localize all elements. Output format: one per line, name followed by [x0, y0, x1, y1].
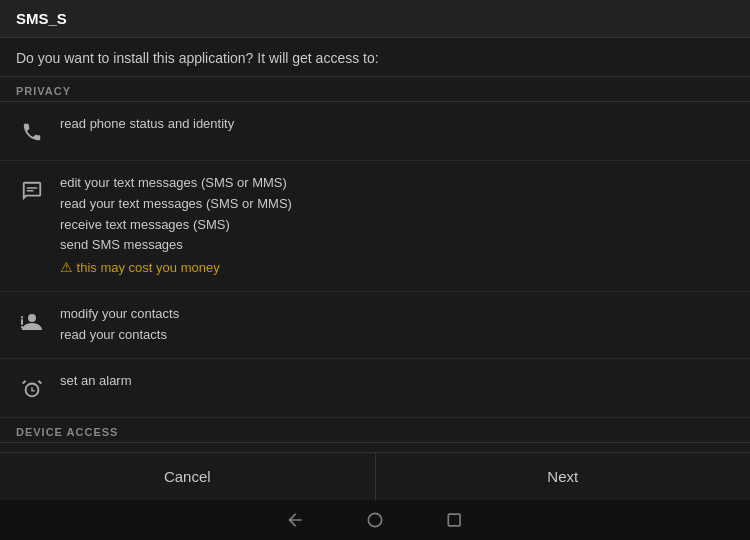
- permission-text-send-sms: send SMS messages: [60, 235, 292, 256]
- phone-permission-texts: read phone status and identity: [60, 114, 234, 135]
- sms-permission-group: edit your text messages (SMS or MMS) rea…: [0, 161, 750, 292]
- permission-text-alarm: set an alarm: [60, 371, 132, 392]
- app-title: SMS_S: [16, 10, 67, 27]
- permission-text: read phone status and identity: [60, 114, 234, 135]
- privacy-section-header: PRIVACY: [0, 77, 750, 102]
- svg-rect-0: [27, 187, 38, 188]
- back-button[interactable]: [285, 510, 305, 530]
- install-question: Do you want to install this application?…: [0, 38, 750, 77]
- sms-icon: [16, 175, 48, 207]
- next-button[interactable]: Next: [376, 453, 751, 500]
- svg-rect-10: [448, 514, 460, 526]
- contacts-permission-item: modify your contacts read your contacts: [0, 300, 750, 350]
- sms-permission-item: edit your text messages (SMS or MMS) rea…: [0, 169, 750, 283]
- wifi-permission-group: change network connectivity connect and …: [0, 443, 750, 452]
- svg-rect-3: [21, 319, 23, 325]
- svg-point-9: [368, 513, 381, 526]
- svg-rect-5: [21, 326, 23, 329]
- phone-permission-group: read phone status and identity: [0, 102, 750, 161]
- permission-text-read-contacts: read your contacts: [60, 325, 179, 346]
- svg-rect-4: [21, 316, 23, 319]
- contacts-permission-group: modify your contacts read your contacts: [0, 292, 750, 359]
- permission-text-warning: ⚠ this may cost you money: [60, 256, 292, 279]
- contacts-permission-texts: modify your contacts read your contacts: [60, 304, 179, 346]
- permission-item: read phone status and identity: [0, 110, 750, 152]
- permission-text-modify-contacts: modify your contacts: [60, 304, 179, 325]
- home-button[interactable]: [365, 510, 385, 530]
- svg-point-2: [28, 314, 36, 322]
- main-content: Do you want to install this application?…: [0, 38, 750, 452]
- button-bar: Cancel Next: [0, 452, 750, 500]
- alarm-permission-texts: set an alarm: [60, 371, 132, 392]
- warning-icon-inline: ⚠: [60, 259, 73, 275]
- sms-permission-texts: edit your text messages (SMS or MMS) rea…: [60, 173, 292, 279]
- alarm-permission-item: set an alarm: [0, 367, 750, 409]
- recents-button[interactable]: [445, 510, 465, 530]
- cancel-button[interactable]: Cancel: [0, 453, 375, 500]
- alarm-permission-group: set an alarm: [0, 359, 750, 418]
- nav-bar: [0, 500, 750, 540]
- svg-line-7: [23, 380, 26, 383]
- phone-icon: [16, 116, 48, 148]
- alarm-icon: [16, 373, 48, 405]
- svg-line-8: [38, 380, 41, 383]
- permission-text-edit-sms: edit your text messages (SMS or MMS): [60, 173, 292, 194]
- svg-rect-1: [27, 190, 34, 191]
- title-bar: SMS_S: [0, 0, 750, 38]
- permission-text-read-sms: read your text messages (SMS or MMS): [60, 194, 292, 215]
- contacts-icon: [16, 306, 48, 338]
- device-access-section-header: DEVICE ACCESS: [0, 418, 750, 443]
- permission-text-receive-sms: receive text messages (SMS): [60, 215, 292, 236]
